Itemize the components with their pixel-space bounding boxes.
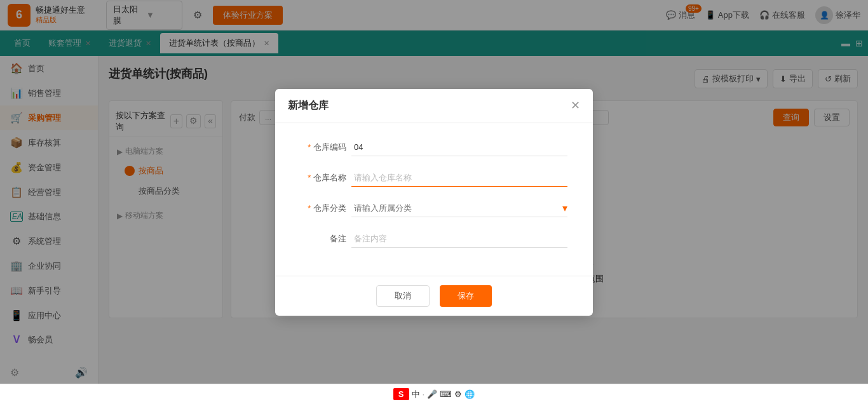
remark-label: 备注 <box>301 233 351 245</box>
new-warehouse-dialog: 新增仓库 ✕ 仓库编码 仓库名称 仓库分类 ▾ <box>275 89 593 316</box>
dialog-title: 新增仓库 <box>288 99 329 112</box>
remark-row: 备注 <box>301 230 567 248</box>
cancel-button[interactable]: 取消 <box>376 285 430 307</box>
warehouse-category-input[interactable] <box>351 199 562 217</box>
dialog-close-button[interactable]: ✕ <box>571 100 580 111</box>
dot-separator: · <box>423 389 425 399</box>
dialog-body: 仓库编码 仓库名称 仓库分类 ▾ 备注 <box>275 123 593 276</box>
status-bar: S 中 · 🎤 ⌨ ⚙ 🌐 <box>0 384 868 404</box>
dialog-footer: 取消 保存 <box>275 276 593 316</box>
warehouse-name-label: 仓库名称 <box>301 172 351 184</box>
warehouse-code-label: 仓库编码 <box>301 142 351 153</box>
lang-icon[interactable]: 🌐 <box>465 389 475 399</box>
sougou-logo: S <box>393 388 409 400</box>
warehouse-category-label: 仓库分类 <box>301 203 351 214</box>
warehouse-category-select[interactable]: ▾ <box>351 199 567 217</box>
dialog-header: 新增仓库 ✕ <box>275 89 593 123</box>
save-button[interactable]: 保存 <box>440 285 492 307</box>
warehouse-name-row: 仓库名称 <box>301 169 567 187</box>
remark-input[interactable] <box>351 230 567 248</box>
settings-bottom-icon[interactable]: ⚙ <box>454 389 462 399</box>
zh-label[interactable]: 中 <box>412 389 420 400</box>
warehouse-code-row: 仓库编码 <box>301 138 567 156</box>
warehouse-category-row: 仓库分类 ▾ <box>301 199 567 217</box>
mic-icon[interactable]: 🎤 <box>427 389 437 399</box>
modal-overlay: 新增仓库 ✕ 仓库编码 仓库名称 仓库分类 ▾ <box>0 0 868 404</box>
category-dropdown-icon[interactable]: ▾ <box>562 202 567 214</box>
keyboard-icon[interactable]: ⌨ <box>440 389 452 399</box>
warehouse-name-input[interactable] <box>351 169 567 187</box>
warehouse-code-input[interactable] <box>351 138 567 156</box>
